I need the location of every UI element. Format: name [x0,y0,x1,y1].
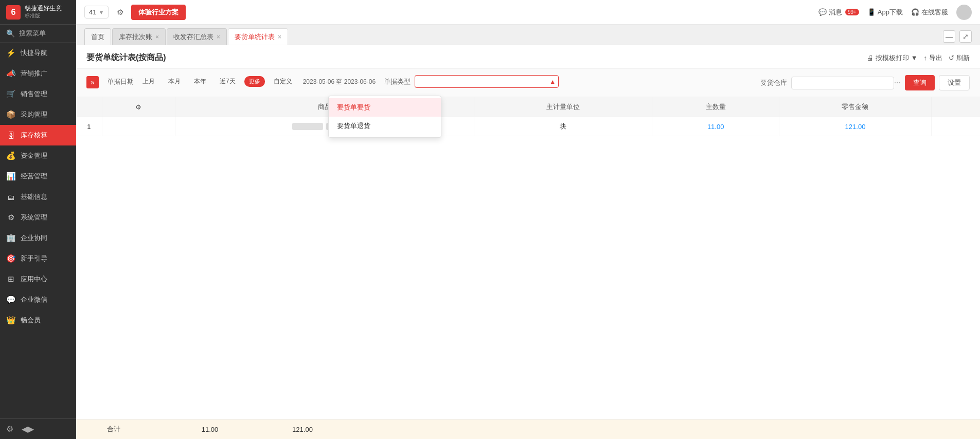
sidebar: 6 畅捷通好生意 标准版 🔍 搜索菜单 ⚡ 快捷导航 📣 营销推广 🛒 销售管理… [0,0,76,439]
filter-area: » 单据日期 上月 本月 本年 近7天 更多 自定义 2023-05-06 至 … [76,69,980,97]
date-range-display: 2023-05-06 至 2023-06-06 [303,78,376,86]
type-dropdown-popup: 要货单要货 要货单退货 [328,96,441,138]
messages-btn[interactable]: 💬 消息 99+ [818,8,859,17]
sidebar-item-sales[interactable]: 🛒 销售管理 [0,84,76,104]
sidebar-item-label: 新手引导 [21,254,47,263]
trial-button[interactable]: 体验行业方案 [131,5,186,20]
sidebar-item-operations[interactable]: 📊 经营管理 [0,166,76,187]
sidebar-item-label: 企业协同 [21,233,47,243]
col-extra [932,97,980,117]
sidebar-item-marketing[interactable]: 📣 营销推广 [0,63,76,84]
tab-summary-close[interactable]: × [217,34,220,40]
date-last-month-btn[interactable]: 上月 [138,75,159,88]
sidebar-item-label: 畅会员 [21,316,41,325]
store-id: 41 [89,8,96,16]
online-service-btn[interactable]: 🎧 在线客服 [911,8,948,17]
sidebar-item-enterprise[interactable]: 🏢 企业协同 [0,228,76,248]
sidebar-item-purchase[interactable]: 📦 采购管理 [0,104,76,125]
sidebar-search[interactable]: 🔍 搜索菜单 [0,25,76,43]
footer-qty: 11.00 [179,426,241,433]
collapse-icon[interactable]: ◀▶ [22,424,34,434]
date-this-year-btn[interactable]: 本年 [189,75,211,88]
store-arrow-icon: ▼ [98,9,104,15]
refresh-icon: ↺ [949,54,954,62]
main-content: 41 ▼ ⚙ 体验行业方案 💬 消息 99+ 📱 App下载 🎧 在线客服 [76,0,980,439]
tabbar-actions: — ⤢ [943,30,972,43]
sidebar-item-basic[interactable]: 🗂 基础信息 [0,187,76,207]
dropdown-item-order[interactable]: 要货单要货 [329,98,441,117]
download-icon: 📱 [867,8,876,16]
topbar-settings-btn[interactable]: ⚙ [113,5,127,20]
tab-order-stat[interactable]: 要货单统计表 × [228,28,288,45]
refresh-btn[interactable]: ↺ 刷新 [949,53,970,63]
logo-icon: 6 [6,5,21,20]
app-logo: 6 畅捷通好生意 标准版 [0,0,76,25]
online-service-label: 在线客服 [921,8,948,17]
page-title: 要货单统计表(按商品) [86,52,166,63]
sidebar-item-apps[interactable]: ⊞ 应用中心 [0,269,76,289]
system-icon: ⚙ [6,213,15,222]
user-avatar[interactable] [956,5,972,20]
store-selector[interactable]: 41 ▼ [84,6,109,19]
sidebar-item-inventory[interactable]: 🗄 库存核算 [0,125,76,145]
filter-warehouse-group: 要货仓库 ··· 查询 设置 [760,75,970,90]
app-sub: 标准版 [25,12,62,20]
tab-batch-account[interactable]: 库存批次账 × [112,28,166,45]
col-settings[interactable]: ⚙ [102,97,175,117]
export-btn[interactable]: ↑ 导出 [924,53,943,63]
sidebar-item-finance[interactable]: 💰 资金管理 [0,145,76,166]
date-this-month-btn[interactable]: 本月 [164,75,185,88]
tab-home[interactable]: 首页 [84,28,111,45]
settings-bottom-icon[interactable]: ⚙ [6,424,13,434]
date-custom-btn[interactable]: 自定义 [269,75,297,88]
tab-summary[interactable]: 收发存汇总表 × [167,28,227,45]
print-btn[interactable]: 🖨 按模板打印 ▼ [867,53,918,63]
tab-minimize-btn[interactable]: — [943,30,955,43]
amount-link[interactable]: 121.00 [845,123,866,131]
tab-order-stat-close[interactable]: × [278,34,281,40]
table-footer: 合计 11.00 121.00 [76,419,980,439]
table-row: 1 块 11.00 121.00 [76,117,980,136]
dropdown-item-return-label: 要货单退货 [337,122,370,130]
sidebar-footer: ⚙ ◀▶ [0,418,76,439]
sidebar-item-member[interactable]: 👑 畅会员 [0,310,76,331]
apps-icon: ⊞ [6,275,15,284]
query-button[interactable]: 查询 [905,75,935,90]
sidebar-item-system[interactable]: ⚙ 系统管理 [0,207,76,228]
print-label: 按模板打印 [876,53,909,63]
service-icon: 🎧 [911,8,919,16]
filter-expand-btn[interactable]: » [86,76,99,88]
date-more-btn[interactable]: 更多 [244,76,265,87]
search-label: 搜索菜单 [19,29,46,38]
basic-icon: 🗂 [6,193,15,202]
sidebar-item-quick-nav[interactable]: ⚡ 快捷导航 [0,43,76,63]
qty-link[interactable]: 11.00 [707,123,724,131]
cell-extra [932,117,980,136]
print-arrow-icon: ▼ [911,54,918,62]
col-index [76,97,102,117]
app-download-btn[interactable]: 📱 App下载 [867,8,903,17]
sidebar-item-guide[interactable]: 🎯 新手引导 [0,248,76,269]
tab-expand-btn[interactable]: ⤢ [959,30,972,43]
dropdown-item-return[interactable]: 要货单退货 [329,117,441,135]
sidebar-item-label: 库存核算 [21,131,47,140]
warehouse-more-btn[interactable]: ··· [894,79,901,87]
sidebar-item-wechat[interactable]: 💬 企业微信 [0,289,76,310]
sidebar-item-label: 企业微信 [21,295,47,304]
export-icon: ↑ [924,54,928,62]
refresh-label: 刷新 [956,53,970,63]
type-dropdown-arrow[interactable]: ▲ [549,78,556,85]
sidebar-item-label: 基础信息 [21,192,47,202]
type-filter-label: 单据类型 [384,77,411,86]
set-button[interactable]: 设置 [939,75,970,90]
table-settings-icon[interactable]: ⚙ [135,103,141,111]
page-actions: 🖨 按模板打印 ▼ ↑ 导出 ↺ 刷新 [867,53,970,63]
cell-amount: 121.00 [779,117,931,136]
topbar-right: 💬 消息 99+ 📱 App下载 🎧 在线客服 [818,5,972,20]
sales-icon: 🛒 [6,89,15,99]
warehouse-filter-input[interactable] [791,77,894,89]
type-filter-input[interactable] [415,75,559,88]
tab-batch-account-close[interactable]: × [155,34,159,40]
topbar-left: 41 ▼ ⚙ 体验行业方案 [84,5,812,20]
date-7days-btn[interactable]: 近7天 [215,75,240,88]
